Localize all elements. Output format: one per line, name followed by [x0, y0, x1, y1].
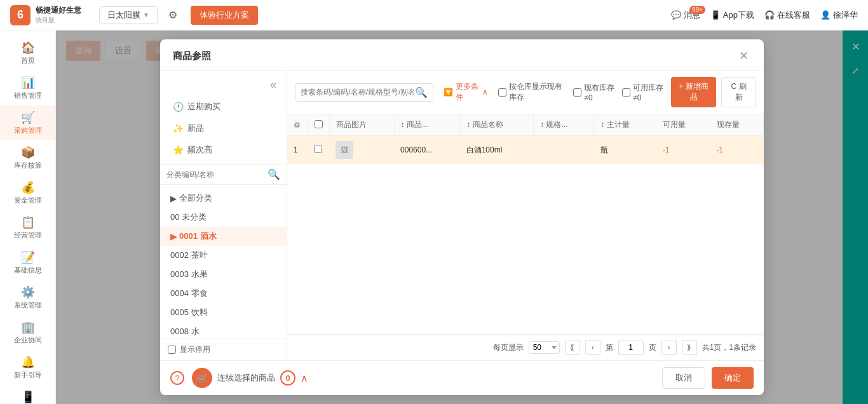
top-navbar: 6 畅捷通好生意 猜目版 日太阳膜 ▼ ⚙ 体验行业方案 💬 消息 99+ 📱 …: [0, 0, 868, 30]
category-item-00[interactable]: 00 未分类: [160, 208, 287, 227]
settings-icon[interactable]: ⚙: [163, 5, 183, 25]
collapse-cart-button[interactable]: ∧: [301, 372, 308, 384]
col-name[interactable]: ↕ 商品名称: [460, 114, 534, 136]
row-name: 白酒100ml: [460, 136, 534, 165]
sidebar-item-enterprise[interactable]: 🏢 企业协同: [0, 315, 55, 350]
frequency-icon: ⭐: [173, 145, 184, 155]
category-item-0002[interactable]: 0002 茶叶: [160, 246, 287, 265]
product-search-input[interactable]: [301, 88, 415, 97]
sidebar-item-guide[interactable]: 🔔 新手引导: [0, 350, 55, 385]
content-area: 查询 设置 刷新 ✕ ⤢ 商品参照 ✕: [56, 30, 868, 404]
sidebar: 🏠 首页 📊 销售管理 🛒 采购管理 📦 库存核算 💰 资金管理 📋 经营管理 …: [0, 30, 56, 404]
quick-filter-frequent[interactable]: ⭐ 频次高: [168, 141, 279, 159]
app-download-button[interactable]: 📱 App下载: [710, 10, 754, 21]
col-checkbox: [308, 114, 329, 136]
row-select-checkbox[interactable]: [314, 145, 322, 153]
help-icon[interactable]: ?: [170, 371, 184, 385]
prev-page-button[interactable]: ‹: [585, 340, 600, 355]
message-icon: 💬: [671, 10, 681, 20]
quick-filter-recent[interactable]: 🕐 近期购买: [168, 98, 279, 116]
add-product-button[interactable]: + 新增商品: [671, 77, 716, 107]
star-new-icon: ✨: [173, 123, 184, 133]
cancel-button[interactable]: 取消: [662, 367, 705, 389]
search-input-wrap: 🔍: [295, 83, 433, 102]
refresh-button[interactable]: C 刷新: [721, 77, 756, 107]
row-available: -1: [656, 136, 710, 165]
logo-text: 畅捷通好生意 猜目版: [36, 5, 81, 25]
category-item-0005[interactable]: 0005 饮料: [160, 303, 287, 322]
col-unit[interactable]: ↕ 主计量: [594, 114, 656, 136]
dropdown-arrow-icon: ▼: [143, 11, 149, 18]
sidebar-item-finance[interactable]: 💰 资金管理: [0, 175, 55, 210]
headset-icon: 🎧: [764, 10, 775, 20]
category-item-0001[interactable]: ▶ 0001 酒水: [160, 227, 287, 246]
row-unit: 瓶: [594, 136, 656, 165]
sidebar-item-purchase[interactable]: 🛒 采购管理: [0, 105, 55, 140]
collapse-left-panel-button[interactable]: «: [268, 76, 279, 94]
quick-filter-panel: « 🕐 近期购买 ✨ 新品 ⭐: [160, 71, 287, 165]
category-all[interactable]: ▶ 全部分类: [160, 189, 287, 208]
product-reference-dialog: 商品参照 ✕ « 🕐 近期购买: [160, 39, 764, 395]
online-service-button[interactable]: 🎧 在线客服: [764, 10, 810, 21]
search-icon[interactable]: 🔍: [415, 86, 428, 98]
col-image: 商品图片: [329, 114, 394, 136]
has-stock-checkbox[interactable]: [573, 88, 581, 97]
sidebar-item-operation[interactable]: 📋 经营管理: [0, 210, 55, 245]
category-item-0003[interactable]: 0003 水果: [160, 265, 287, 284]
dialog-header: 商品参照 ✕: [160, 39, 764, 71]
sidebar-item-system[interactable]: ⚙️ 系统管理: [0, 280, 55, 315]
left-panel: « 🕐 近期购买 ✨ 新品 ⭐: [160, 71, 287, 360]
col-settings[interactable]: ⚙: [287, 114, 308, 136]
sidebar-item-sales[interactable]: 📊 销售管理: [0, 71, 55, 105]
next-page-button[interactable]: ›: [661, 340, 677, 355]
all-expand-icon: ▶: [170, 194, 177, 203]
row-image: 🖼: [329, 136, 394, 165]
show-disabled-checkbox[interactable]: [168, 346, 176, 354]
messages-button[interactable]: 💬 消息 99+: [671, 10, 700, 21]
row-checkbox[interactable]: [308, 136, 329, 165]
apps-icon: 📱: [21, 390, 35, 404]
logo-icon: 6: [10, 5, 31, 25]
col-available: 可用量: [656, 114, 710, 136]
has-stock-label[interactable]: 现有库存≠0: [573, 83, 617, 102]
category-search-icon[interactable]: 🔍: [268, 168, 280, 180]
show-disabled-area: 显示停用: [160, 339, 287, 360]
experience-button[interactable]: 体验行业方案: [191, 6, 258, 25]
first-page-button[interactable]: ⟪: [565, 340, 580, 355]
warehouse-filter-checkbox[interactable]: [498, 88, 506, 97]
page-size-select[interactable]: 50 100 200: [529, 341, 560, 354]
confirm-button[interactable]: 确定: [712, 367, 754, 389]
select-all-checkbox[interactable]: [315, 120, 323, 128]
modal-overlay: 商品参照 ✕ « 🕐 近期购买: [56, 30, 868, 404]
category-item-0004[interactable]: 0004 零食: [160, 284, 287, 303]
col-code[interactable]: ↕ 商品...: [394, 114, 460, 136]
warehouse-filter-label[interactable]: 按仓库显示现有库存: [498, 81, 568, 103]
branch-dropdown[interactable]: 日太阳膜 ▼: [99, 6, 158, 24]
sidebar-item-basic[interactable]: 📝 基础信息: [0, 245, 55, 280]
product-table-wrap: ⚙ 商品图片 ↕ 商品... ↕ 商品名称: [287, 114, 764, 334]
cart-area: 🛒 连续选择的商品 0 ∧: [192, 368, 308, 388]
footer-buttons: 取消 确定: [662, 367, 754, 389]
category-search-bar: 🔍: [160, 165, 287, 185]
can-use-label[interactable]: 可用库存≠0: [622, 83, 666, 102]
last-page-button[interactable]: ⟫: [682, 340, 697, 355]
sidebar-item-inventory[interactable]: 📦 库存核算: [0, 140, 55, 175]
category-item-0008[interactable]: 0008 水: [160, 322, 287, 339]
category-search-input[interactable]: [166, 170, 264, 179]
logo-area: 6 畅捷通好生意 猜目版: [10, 5, 86, 25]
can-use-checkbox[interactable]: [622, 88, 630, 97]
col-spec[interactable]: ↕ 规格...: [534, 114, 594, 136]
filter-icon: 🔽: [444, 88, 453, 97]
enterprise-icon: 🏢: [21, 320, 35, 334]
clock-icon: 🕐: [173, 102, 184, 112]
table-row[interactable]: 1 🖼 000600... 白酒100ml: [287, 136, 764, 165]
dialog-title: 商品参照: [173, 50, 211, 62]
page-number-input[interactable]: [618, 340, 644, 355]
more-filter-button[interactable]: 🔽 更多条件 ∧: [438, 79, 493, 105]
sidebar-item-apps[interactable]: 📱 应用中心: [0, 385, 55, 404]
user-profile[interactable]: 👤 徐泽华: [820, 10, 858, 21]
sidebar-item-home[interactable]: 🏠 首页: [0, 36, 55, 71]
quick-filter-new[interactable]: ✨ 新品: [168, 119, 279, 137]
dialog-close-button[interactable]: ✕: [736, 48, 751, 64]
purchase-icon: 🛒: [21, 111, 35, 125]
